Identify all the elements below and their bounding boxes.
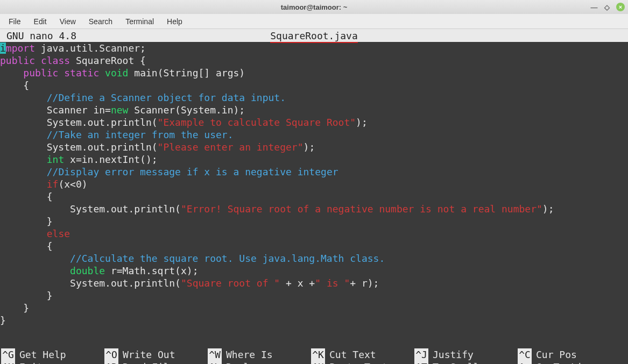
shortcut-key: ^C [518,348,532,361]
menubar: File Edit View Search Terminal Help [0,14,628,29]
shortcut-label: Replace [222,361,267,364]
code-text: mport [6,42,35,54]
shortcut-key: ^_ [518,361,532,364]
shortcut-key: ^G [1,348,15,361]
code-text: (x<0) [58,179,87,190]
code-text: System.out.println( [0,203,181,215]
code-text: ); [542,203,554,215]
code-text: double [70,265,105,276]
menu-view[interactable]: View [54,16,81,27]
shortcut-cut-text[interactable]: ^KCut Text [311,348,414,361]
maximize-icon[interactable]: ◇ [603,3,611,11]
cursor: i [0,42,6,54]
code-text: } [0,290,53,301]
code-text: " is " [315,277,350,289]
menu-edit[interactable]: Edit [29,16,52,27]
shortcut-key: ^\ [208,361,222,364]
nano-app-name: GNU nano 4.8 [1,30,76,41]
shortcut-to-spell[interactable]: ^TTo Spell [414,361,518,364]
shortcut-label: Paste Text [325,361,387,364]
code-text [0,129,47,140]
shortcut-go-to-line[interactable]: ^_Go To Line [518,361,621,364]
shortcut-exit[interactable]: ^XExit [1,361,104,364]
code-text: SquareRoot { [70,55,146,66]
shortcut-write-out[interactable]: ^OWrite Out [104,348,208,361]
nano-filename: SquareRoot.java [270,30,358,43]
nano-shortcuts: ^GGet Help ^OWrite Out ^WWhere Is ^KCut … [0,348,628,364]
shortcut-get-help[interactable]: ^GGet Help [1,348,104,361]
shortcut-row: ^XExit ^RRead File ^\Replace ^UPaste Tex… [1,361,628,364]
shortcut-key: ^W [208,348,222,361]
code-text: //Define a Scanner object for data input… [47,92,286,103]
code-text: } [0,315,6,326]
shortcut-justify[interactable]: ^JJustify [414,348,518,361]
code-text: Scanner(System.in); [128,104,245,116]
menu-terminal[interactable]: Terminal [120,16,159,27]
close-icon[interactable]: × [616,3,625,11]
code-text: "Error! Square root of a negative number… [181,203,542,215]
shortcut-label: Read File [118,361,175,364]
code-text: x=in.nextInt(); [64,154,157,165]
code-text: "Example to calculate Square Root" [158,117,356,128]
code-text [0,253,70,264]
code-text: public [23,67,58,78]
shortcut-read-file[interactable]: ^RRead File [104,361,208,364]
shortcut-key: ^K [311,348,325,361]
shortcut-label: Cur Pos [532,348,577,361]
code-text: r=Math.sqrt(x); [105,265,198,276]
window-title: taimoor@taimoor: ~ [281,3,348,11]
menu-help[interactable]: Help [161,16,188,27]
shortcut-row: ^GGet Help ^OWrite Out ^WWhere Is ^KCut … [1,348,628,361]
code-text [0,228,47,239]
code-text [0,92,47,103]
nano-header: GNU nano 4.8 SquareRoot.java [0,29,628,42]
code-text: //Take an integer from the user. [47,129,234,140]
code-text: new [111,104,129,116]
shortcut-key: ^O [104,348,118,361]
code-text: main(String[] args) [128,67,245,78]
code-text: class [41,55,70,66]
shortcut-key: ^T [414,361,428,364]
shortcut-label: Go To Line [532,361,594,364]
shortcut-label: Cut Text [325,348,376,361]
shortcut-label: Exit [15,361,43,364]
code-text: Scanner in= [0,104,111,116]
code-text: System.out.println( [0,117,158,128]
code-text: if [47,179,59,190]
code-text: { [0,191,53,202]
code-text [0,265,70,276]
code-text: java.util.Scanner; [35,42,146,54]
shortcut-key: ^J [414,348,428,361]
window-titlebar: taimoor@taimoor: ~ — ◇ × [0,0,628,14]
code-text: //Calculate the square root. Use java.la… [70,253,385,264]
code-text: "Square root of " [181,277,280,289]
code-text [0,179,47,190]
code-text: else [47,228,70,239]
shortcut-where-is[interactable]: ^WWhere Is [208,348,311,361]
shortcut-key: ^R [104,361,118,364]
code-text: System.out.println( [0,141,158,153]
code-text: public [0,55,35,66]
shortcut-key: ^X [1,361,15,364]
code-text: System.out.println( [0,277,181,289]
code-text: void [105,67,128,78]
shortcut-label: Where Is [222,348,273,361]
shortcut-replace[interactable]: ^\Replace [208,361,311,364]
code-text: + x + [280,277,315,289]
shortcut-cur-pos[interactable]: ^CCur Pos [518,348,621,361]
code-text [0,67,23,78]
shortcut-label: To Spell [428,361,479,364]
code-text: } [0,216,53,227]
menu-search[interactable]: Search [83,16,118,27]
shortcut-label: Justify [428,348,474,361]
code-text: { [0,80,29,91]
code-text: ); [304,141,315,153]
code-text: } [0,302,29,313]
minimize-icon[interactable]: — [590,3,598,11]
shortcut-label: Write Out [118,348,175,361]
editor-area[interactable]: import java.util.Scanner; public class S… [0,42,628,348]
code-text: "Please enter an integer" [158,141,304,153]
shortcut-paste-text[interactable]: ^UPaste Text [311,361,414,364]
menu-file[interactable]: File [3,16,26,27]
code-text: + r); [350,277,379,289]
